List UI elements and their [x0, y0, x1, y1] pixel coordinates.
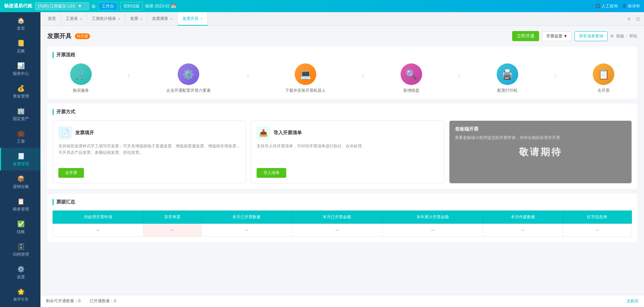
sidebar-label-ledger: 总账 — [17, 48, 25, 54]
col-header-pending: 待处理开票申请 — [53, 211, 143, 224]
support-button[interactable]: 🎧 人工咨询 — [595, 3, 618, 9]
headset-icon: 🎧 — [595, 4, 601, 8]
calendar-icon[interactable]: 📅 — [171, 4, 176, 8]
method-section-title: 开票方式 — [53, 109, 632, 115]
process-section: 开票流程 🛒 购买服务 › ⚙️ 企业开通配置开票六要素 › 💻 下载并安装开票… — [47, 47, 637, 99]
tab-home-label: 首页 — [48, 16, 56, 22]
tab-payroll-close[interactable]: × — [80, 17, 82, 21]
process-section-title: 开票流程 — [53, 52, 632, 58]
col-header-abnormal: 异常单票 — [143, 211, 201, 224]
tab-invoice-issue[interactable]: 发票开具 × — [178, 12, 208, 26]
method-manual-icon: 📄 — [58, 126, 72, 140]
step-tax-disk[interactable]: 🔍 新增税盘 — [401, 63, 422, 93]
step-config[interactable]: ⚙️ 企业开通配置开票六要素 — [166, 63, 211, 93]
sidebar-item-settings[interactable]: ⚙️ 设置 — [0, 261, 40, 283]
sidebar-item-home[interactable]: 🏠 首页 — [0, 12, 40, 35]
col-header-red-info: 红字信息单 — [563, 211, 632, 224]
sidebar-item-invoice[interactable]: 🧾 发票管理 — [0, 148, 40, 170]
summary-table: 待处理开票申请 异常单票 本月已开票数量 本月已开票金额 本年累计开票金额 本月… — [53, 211, 632, 237]
step-issue[interactable]: 📋 去开票 — [593, 63, 614, 93]
tab-payroll[interactable]: 工资表 × — [61, 12, 87, 26]
method-card-import: 📥 导入开票清单 支持导入待开票清单，可对待开票清单进行拆分、合并处理。 导入清… — [251, 120, 444, 184]
chevron-down-icon: ▼ — [78, 4, 82, 8]
sidebar-item-guide[interactable]: 🌟 新手引导 — [0, 283, 40, 305]
method-cards: 📄 发票填开 支持按照发票样式手工填写开发票；可开具增值税电子普通发票、增值税普… — [53, 120, 632, 184]
summary-section-title: 票据汇总 — [53, 199, 632, 205]
immediate-open-button[interactable]: 立即开通 — [512, 31, 539, 41]
sidebar-label-assets: 固定资产 — [13, 116, 29, 122]
tab-invoice-issue-close[interactable]: × — [201, 17, 203, 21]
arrow-1: › — [128, 71, 130, 86]
step-buy-label: 购买服务 — [73, 88, 89, 93]
method-import-desc: 支持导入待开票清单，可对待开票清单进行拆分、合并处理。 — [257, 143, 439, 163]
period-info: 账期 2023-02 📅 — [145, 3, 176, 9]
settings-button[interactable]: 开票设置 ▼ — [542, 31, 572, 41]
dropdown-icon: ▼ — [563, 34, 567, 38]
app-logo: 畅捷通易代账 — [4, 3, 32, 9]
buy-link[interactable]: 去购买 — [626, 298, 639, 304]
bottom-info: 剩余可开通数量：0 已开通数量：0 — [46, 298, 116, 304]
invoice-icon: 🧾 — [17, 152, 25, 160]
tab-invoice-calc-label: 发票测算 — [152, 16, 168, 22]
summary-header-row: 待处理开票申请 异常单票 本月已开票数量 本月已开票金额 本年累计开票金额 本月… — [53, 211, 632, 224]
sidebar-item-ledger[interactable]: 📒 总账 — [0, 35, 40, 57]
sidebar-item-payroll[interactable]: 💼 工资 — [0, 125, 40, 148]
sidebar-item-member[interactable]: 👑 畅会员 — [0, 305, 40, 307]
sidebar-label-settlement: 结账 — [17, 229, 25, 235]
restore-tab-button[interactable]: ⊡ — [635, 16, 641, 22]
status-badge: 待开通 — [75, 33, 90, 39]
sidebar-item-archive[interactable]: 🗄️ 归档管理 — [0, 238, 40, 261]
page-title-area: 发票开具 待开通 — [47, 32, 90, 40]
sidebar-item-reports[interactable]: 📊 报表中心 — [0, 57, 40, 80]
tab-invoice[interactable]: 发票 × — [125, 12, 147, 26]
step-download[interactable]: 💻 下载并安装开票机器人 — [285, 63, 326, 93]
remaining-label: 剩余可开通数量：0 — [46, 299, 81, 303]
step-buy-service[interactable]: 🛒 购买服务 — [70, 63, 92, 93]
arrow-5: › — [554, 71, 557, 86]
sidebar-item-funds[interactable]: 💰 资金管理 — [0, 80, 40, 103]
sidebar-item-assets[interactable]: 🏢 固定资产 — [0, 103, 40, 125]
page-header: 发票开具 待开通 立即开通 开票设置 ▼ 异常清单查询 ⚙ 视频 | 帮助 — [47, 31, 637, 41]
arrow-3: › — [362, 71, 364, 86]
sidebar-label-guide: 新手引导 — [13, 297, 28, 302]
method-manual-btn[interactable]: 去开票 — [58, 168, 84, 178]
user-avatar[interactable]: 👤 徐泽华 — [622, 3, 640, 9]
tab-payroll-report[interactable]: 工资统计报表 × — [87, 12, 125, 26]
company-selector[interactable]: (勾到) 江西服宝-LSS ▼ — [35, 2, 89, 10]
val-year-amount: -- — [382, 224, 483, 237]
main-layout: 🏠 首页 📒 总账 📊 报表中心 💰 资金管理 🏢 固定资产 💼 工资 🧾 发票… — [0, 12, 644, 307]
top-bar-left: 畅捷通易代账 (勾到) 江西服宝-LSS ▼ ⊞ 工作台 切到旧版 账期 202… — [4, 2, 176, 10]
sidebar-item-tax[interactable]: 📋 税务管理 — [0, 193, 40, 216]
settings-icon: ⚙️ — [17, 266, 25, 273]
method-section: 开票方式 📄 发票填开 支持按照发票样式手工填写开发票；可开具增值税电子普通发票… — [47, 104, 637, 189]
tab-payroll-report-close[interactable]: × — [118, 17, 120, 21]
tab-payroll-label: 工资表 — [66, 16, 78, 22]
close-tab-button[interactable]: ✕ — [626, 16, 633, 22]
method-import-title: 导入开票清单 — [273, 130, 302, 136]
top-bar: 畅捷通易代账 (勾到) 江西服宝-LSS ▼ ⊞ 工作台 切到旧版 账期 202… — [0, 0, 644, 12]
workbench-button[interactable]: 工作台 — [98, 2, 118, 10]
settings-gear-icon: ⚙ — [610, 34, 614, 38]
tab-invoice-calc[interactable]: 发票测算 × — [147, 12, 177, 26]
help-label[interactable]: 帮助 — [629, 33, 637, 39]
step-printer[interactable]: 🖨️ 配置打印机 — [497, 63, 518, 93]
abnormal-query-button[interactable]: 异常清单查询 — [575, 31, 608, 41]
arrow-2: › — [247, 71, 249, 86]
tab-invoice-close[interactable]: × — [140, 17, 142, 21]
sidebar-item-purchase-sale[interactable]: 📦 进销台账 — [0, 170, 40, 193]
method-import-btn[interactable]: 导入清单 — [257, 168, 286, 178]
video-label[interactable]: 视频 — [616, 33, 624, 39]
top-bar-right: 🎧 人工咨询 👤 徐泽华 — [595, 3, 640, 9]
method-manual-desc: 支持按照发票样式手工填写开发票；可开具增值税电子普通发票、增值税普通发票、增值税… — [58, 143, 240, 163]
sidebar-label-invoice: 发票管理 — [13, 161, 29, 167]
tab-invoice-issue-label: 发票开具 — [182, 16, 199, 22]
val-month-count: -- — [201, 224, 292, 237]
tab-home[interactable]: 首页 — [43, 12, 61, 26]
method-manual-title: 发票填开 — [75, 130, 94, 136]
home-icon: 🏠 — [17, 17, 25, 24]
copy-icon[interactable]: ⊞ — [92, 4, 95, 9]
sidebar-item-settlement[interactable]: ✅ 结账 — [0, 216, 40, 238]
switch-version-button[interactable]: 切到旧版 — [120, 2, 143, 10]
coming-soon-text: 敬请期待 — [519, 146, 562, 159]
tab-invoice-calc-close[interactable]: × — [170, 17, 172, 21]
